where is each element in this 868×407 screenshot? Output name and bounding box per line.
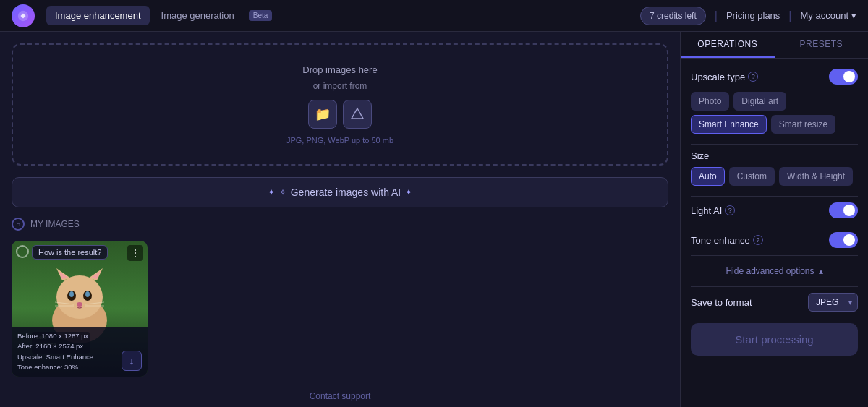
svg-point-12 (85, 291, 90, 297)
credits-button[interactable]: 7 credits left (640, 7, 706, 25)
upload-area[interactable]: Drop images here or import from 📁 JPG, P… (12, 43, 668, 166)
option-digital-art[interactable]: Digital art (733, 92, 786, 111)
light-ai-label: Light AI ? (691, 205, 735, 216)
drive-upload-button[interactable] (343, 100, 372, 129)
account-button[interactable]: My account ▾ (801, 10, 856, 21)
upscale-options: Photo Digital art Smart Enhance Smart re… (691, 92, 858, 134)
right-panel: OPERATIONS PRESETS Upscale type ? Photo … (680, 32, 868, 407)
tab-image-generation[interactable]: Image generation (153, 6, 243, 25)
account-label: My account (801, 10, 848, 21)
tab-presets[interactable]: PRESETS (775, 32, 869, 58)
chevron-up-icon: ▴ (819, 266, 823, 276)
my-images-label: MY IMAGES (30, 219, 80, 229)
option-smart-resize[interactable]: Smart resize (771, 115, 835, 134)
tone-enhance-row: Tone enhance ? (691, 232, 858, 248)
list-item[interactable]: Let's Enhance How is the result? ⋮ Befor… (12, 241, 148, 377)
chevron-down-icon: ▾ (851, 10, 856, 21)
option-smart-enhance[interactable]: Smart Enhance (691, 115, 767, 134)
divider-1 (691, 144, 858, 145)
upscale-type-label: Upscale type ? (691, 72, 758, 82)
tone-enhance-toggle[interactable] (829, 232, 858, 248)
upload-main-text: Drop images here (302, 64, 377, 75)
before-value: 1080 x 1287 px (41, 332, 88, 340)
generate-bar[interactable]: ✦ ✧ Generate images with AI ✦ (12, 177, 668, 207)
generate-label: Generate images with AI (291, 187, 401, 198)
folder-icon: 📁 (315, 106, 331, 122)
folder-upload-button[interactable]: 📁 (308, 100, 337, 129)
app-logo (12, 4, 35, 27)
divider-5 (691, 286, 858, 287)
pricing-plans-link[interactable]: Pricing plans (726, 10, 780, 21)
light-ai-toggle[interactable] (829, 202, 858, 218)
nav-right: 7 credits left | Pricing plans | My acco… (640, 7, 856, 25)
download-button[interactable]: ↓ (122, 351, 142, 371)
my-images-section[interactable]: ○ MY IMAGES (0, 213, 680, 235)
tab-image-enhancement[interactable]: Image enhancement (46, 6, 150, 25)
advanced-options-row[interactable]: Hide advanced options ▴ (691, 262, 858, 280)
svg-point-4 (56, 275, 103, 319)
divider-3 (691, 226, 858, 226)
option-custom[interactable]: Custom (729, 167, 775, 186)
panel-content: Upscale type ? Photo Digital art Smart E… (681, 59, 868, 407)
sparkle-right-icon: ✦ (405, 187, 412, 197)
card-tooltip: How is the result? (32, 245, 108, 260)
divider-2 (691, 196, 858, 197)
left-panel: Drop images here or import from 📁 JPG, P… (0, 32, 680, 407)
sparkle-left-icon: ✦ (268, 187, 275, 197)
after-value: 2160 × 2574 px (35, 342, 83, 350)
svg-point-11 (69, 291, 74, 297)
upload-icons: 📁 (308, 100, 372, 129)
size-label: Size (691, 150, 858, 161)
option-auto[interactable]: Auto (691, 167, 725, 186)
file-types-label: JPG, PNG, WebP up to 50 mb (286, 136, 393, 145)
panel-tabs: OPERATIONS PRESETS (681, 32, 868, 59)
before-label: Before: (17, 332, 40, 340)
option-width-height[interactable]: Width & Height (779, 167, 853, 186)
start-processing-button[interactable]: Start processing (691, 323, 858, 356)
expand-icon: ○ (12, 218, 25, 231)
save-format-row: Save to format JPEG PNG WebP (691, 293, 858, 312)
card-select-checkbox[interactable] (16, 245, 29, 258)
size-options: Auto Custom Width & Height (691, 167, 858, 186)
upscale-type-info-icon: ? (748, 72, 758, 82)
save-format-label: Save to format (691, 297, 752, 308)
upscale-type-toggle[interactable] (829, 69, 858, 85)
card-menu-button[interactable]: ⋮ (127, 245, 143, 261)
image-grid: Let's Enhance How is the result? ⋮ Befor… (0, 235, 680, 385)
beta-badge: Beta (249, 10, 273, 21)
tab-operations[interactable]: OPERATIONS (681, 32, 775, 58)
sparkle-icon: ✧ (279, 187, 286, 197)
svg-marker-1 (352, 108, 363, 119)
import-text: or import from (313, 81, 367, 91)
format-select[interactable]: JPEG PNG WebP (808, 293, 858, 312)
upscale-type-row: Upscale type ? (691, 69, 858, 85)
divider-4 (691, 255, 858, 256)
top-navigation: Image enhancement Image generation Beta … (0, 0, 868, 32)
tone-enhance-info-icon: ? (753, 235, 763, 245)
contact-support-link[interactable]: Contact support (0, 385, 680, 407)
light-ai-row: Light AI ? (691, 202, 858, 218)
after-label: After: (17, 342, 34, 350)
advanced-options-label: Hide advanced options (726, 266, 814, 276)
main-layout: Drop images here or import from 📁 JPG, P… (0, 32, 868, 407)
drive-icon (350, 107, 365, 121)
svg-point-13 (77, 302, 82, 307)
nav-tabs: Image enhancement Image generation Beta (46, 6, 272, 25)
light-ai-info-icon: ? (725, 205, 735, 215)
format-select-wrap: JPEG PNG WebP (808, 293, 858, 312)
tone-enhance-label: Tone enhance ? (691, 235, 763, 246)
option-photo[interactable]: Photo (691, 92, 729, 111)
